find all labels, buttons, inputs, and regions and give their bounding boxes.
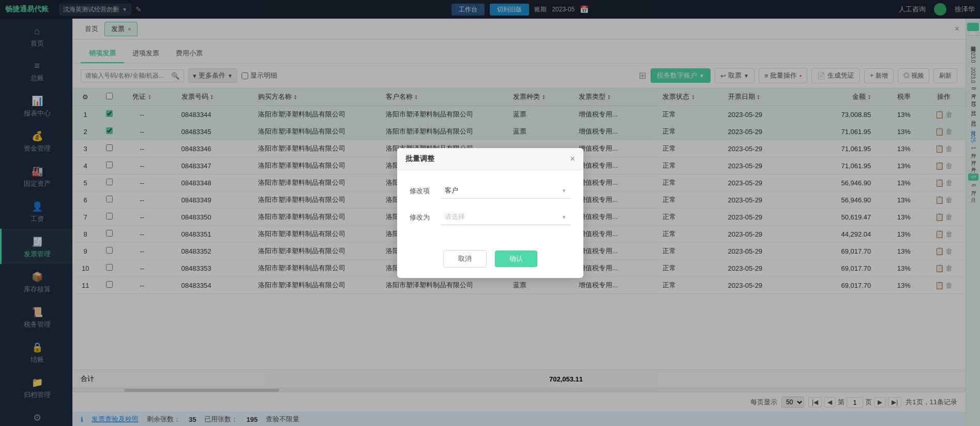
field-select[interactable]: 客户 ▼ — [441, 183, 571, 199]
modal-header: 批量调整 × — [397, 148, 583, 170]
modal-confirm-btn[interactable]: 确认 — [495, 251, 537, 267]
modal-close-btn[interactable]: × — [570, 154, 575, 164]
field-value: 客户 — [445, 186, 458, 195]
modal-footer: 取消 确认 — [397, 244, 583, 278]
modal-title: 批量调整 — [405, 154, 434, 164]
modal-cancel-btn[interactable]: 取消 — [443, 250, 487, 268]
field-dropdown-icon: ▼ — [562, 188, 567, 194]
target-dropdown-icon: ▼ — [562, 214, 567, 220]
form-row-target: 修改为 请选择 ▼ — [410, 209, 571, 225]
target-placeholder: 请选择 — [445, 212, 465, 222]
field-label: 修改项 — [410, 186, 441, 196]
target-select[interactable]: 请选择 ▼ — [441, 209, 571, 225]
target-label: 修改为 — [410, 213, 441, 222]
batch-adjust-modal: 批量调整 × 修改项 客户 ▼ 修改为 请选择 ▼ 取消 确认 — [397, 148, 583, 278]
modal-overlay: 批量调整 × 修改项 客户 ▼ 修改为 请选择 ▼ 取消 确认 — [0, 0, 980, 426]
form-row-field: 修改项 客户 ▼ — [410, 183, 571, 199]
modal-body: 修改项 客户 ▼ 修改为 请选择 ▼ — [397, 170, 583, 244]
